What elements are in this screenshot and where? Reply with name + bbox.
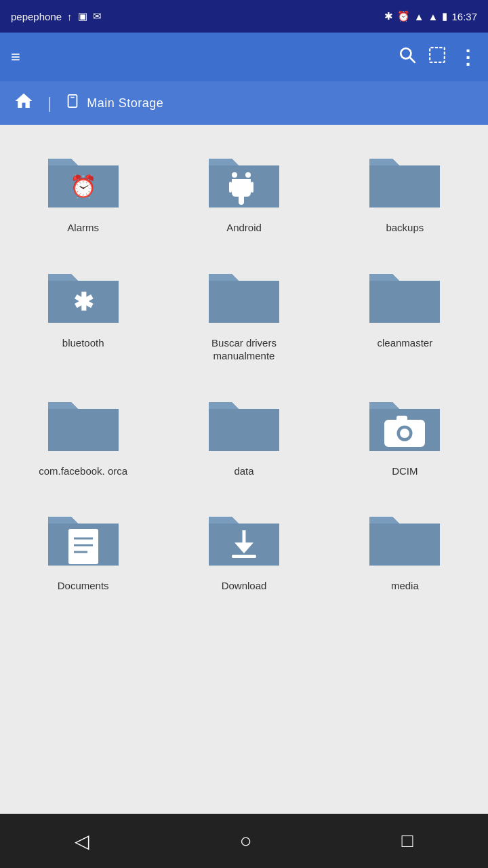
svg-rect-9 bbox=[251, 182, 253, 193]
file-grid: ⏰Alarms Android backups bbox=[0, 125, 488, 614]
folder-item-backups[interactable]: backups bbox=[327, 136, 483, 245]
svg-text:✱: ✱ bbox=[73, 288, 94, 316]
folder-label-cleanmaster: cleanmaster bbox=[377, 336, 432, 350]
folder-item-android[interactable]: Android bbox=[166, 136, 321, 245]
status-left: pepephone ↑ ▣ ✉ bbox=[11, 10, 102, 22]
alarm-status-icon: ⏰ bbox=[397, 10, 410, 22]
folder-label-data: data bbox=[234, 465, 253, 478]
svg-rect-8 bbox=[229, 182, 232, 193]
folder-icon-dcim bbox=[364, 390, 445, 458]
svg-point-7 bbox=[245, 172, 251, 178]
wifi-icon: ▲ bbox=[414, 11, 424, 22]
folder-item-bluetooth[interactable]: ✱bluetooth bbox=[5, 251, 161, 374]
home-breadcrumb[interactable] bbox=[14, 91, 34, 116]
folder-icon-cleanmaster bbox=[364, 262, 445, 330]
image-icon: ▣ bbox=[78, 10, 87, 22]
folder-icon-android bbox=[203, 146, 285, 214]
folder-item-facebook[interactable]: com.facebook. orca bbox=[5, 379, 161, 489]
folder-item-alarms[interactable]: ⏰Alarms bbox=[5, 136, 161, 245]
folder-label-documents: Documents bbox=[58, 579, 109, 593]
home-button[interactable]: ○ bbox=[223, 821, 268, 861]
folder-icon-backups bbox=[364, 146, 445, 214]
folder-icon-buscar bbox=[203, 262, 285, 330]
mail-icon: ✉ bbox=[93, 10, 102, 22]
folder-label-bluetooth: bluetooth bbox=[62, 336, 104, 350]
folder-label-facebook: com.facebook. orca bbox=[39, 465, 127, 478]
carrier-name: pepephone bbox=[11, 11, 62, 22]
svg-rect-14 bbox=[396, 416, 407, 422]
svg-rect-3 bbox=[68, 95, 77, 107]
folder-icon-media bbox=[364, 505, 445, 572]
svg-rect-15 bbox=[68, 529, 98, 564]
folder-icon-bluetooth: ✱ bbox=[43, 262, 124, 330]
folder-item-buscar[interactable]: Buscar drivers manualmente bbox=[166, 251, 321, 374]
folder-item-download[interactable]: Download bbox=[166, 494, 321, 604]
select-button[interactable] bbox=[428, 46, 446, 68]
folder-item-dcim[interactable]: DCIM bbox=[327, 379, 483, 489]
bottom-nav: ◁ ○ □ bbox=[0, 814, 488, 868]
svg-rect-2 bbox=[430, 47, 445, 62]
folder-icon-download bbox=[203, 505, 285, 572]
recents-button[interactable]: □ bbox=[386, 822, 430, 860]
time-display: 16:37 bbox=[451, 11, 477, 22]
menu-button[interactable]: ≡ bbox=[11, 47, 20, 66]
folder-label-media: media bbox=[391, 579, 419, 593]
status-right: ✱ ⏰ ▲ ▲ ▮ 16:37 bbox=[384, 10, 477, 22]
search-button[interactable] bbox=[399, 46, 416, 68]
upload-icon: ↑ bbox=[67, 11, 73, 22]
folder-label-buscar: Buscar drivers manualmente bbox=[183, 336, 305, 363]
status-bar: pepephone ↑ ▣ ✉ ✱ ⏰ ▲ ▲ ▮ 16:37 bbox=[0, 0, 488, 33]
signal-icon: ▲ bbox=[428, 11, 439, 22]
breadcrumb: | Main Storage bbox=[0, 81, 488, 125]
battery-icon: ▮ bbox=[442, 10, 447, 22]
toolbar-actions: ⋮ bbox=[399, 46, 477, 68]
bluetooth-status-icon: ✱ bbox=[384, 10, 393, 22]
breadcrumb-separator: | bbox=[47, 94, 52, 113]
svg-point-6 bbox=[232, 172, 237, 178]
folder-icon-alarms: ⏰ bbox=[43, 146, 124, 214]
svg-text:⏰: ⏰ bbox=[70, 174, 97, 199]
folder-icon-facebook bbox=[43, 390, 124, 458]
back-button[interactable]: ◁ bbox=[58, 822, 106, 861]
folder-item-cleanmaster[interactable]: cleanmaster bbox=[327, 251, 483, 374]
folder-icon-documents bbox=[43, 505, 124, 572]
folder-label-backups: backups bbox=[386, 221, 424, 235]
folder-label-download: Download bbox=[222, 579, 267, 593]
folder-label-android: Android bbox=[226, 221, 262, 235]
folder-label-alarms: Alarms bbox=[67, 221, 99, 235]
device-icon bbox=[65, 92, 80, 114]
toolbar: ≡ ⋮ bbox=[0, 33, 488, 81]
svg-rect-19 bbox=[232, 555, 256, 558]
folder-item-media[interactable]: media bbox=[327, 494, 483, 604]
breadcrumb-current: Main Storage bbox=[65, 92, 163, 114]
more-button[interactable]: ⋮ bbox=[458, 46, 477, 68]
folder-label-dcim: DCIM bbox=[392, 465, 418, 478]
folder-item-documents[interactable]: Documents bbox=[5, 494, 161, 604]
folder-item-data[interactable]: data bbox=[166, 379, 321, 489]
breadcrumb-title: Main Storage bbox=[87, 96, 163, 111]
folder-icon-data bbox=[203, 390, 285, 458]
svg-line-1 bbox=[410, 58, 415, 62]
svg-point-13 bbox=[400, 429, 409, 438]
